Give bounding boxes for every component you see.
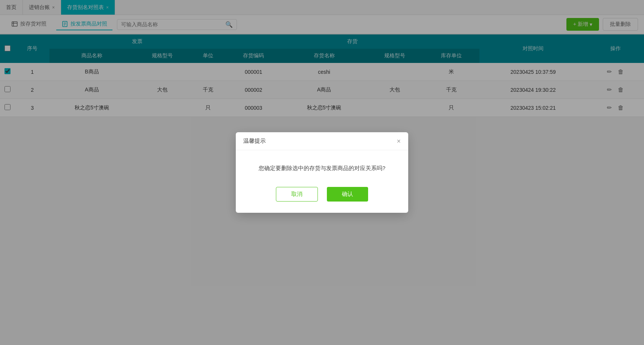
dialog-overlay: 温馨提示 × 您确定要删除选中的存货与发票商品的对应关系吗? 取消 确认	[0, 0, 644, 117]
